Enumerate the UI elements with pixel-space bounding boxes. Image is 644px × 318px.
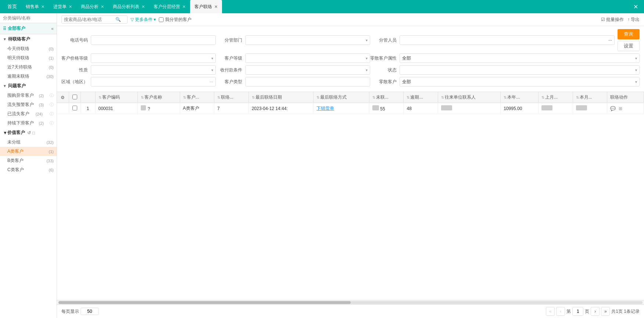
th-check[interactable] [69, 92, 80, 103]
first-page-btn[interactable]: « [546, 307, 555, 316]
last-method-link[interactable]: 下销货单 [316, 106, 334, 111]
sidebar-all-customers-header[interactable]: ⠿ 全部客户 « [0, 23, 57, 34]
query-button[interactable]: 查询 [618, 29, 640, 39]
th-last-date[interactable]: ⇅最后联络日期 [248, 92, 313, 103]
sidebar-item-class-b[interactable]: B类客户 (33) [0, 156, 57, 165]
qr-icon[interactable]: ⊞ [619, 106, 622, 111]
sidebar-pending-section[interactable]: ▼ 待联络客户 [0, 34, 57, 44]
retail-attr-select[interactable]: 全部 ▾ [400, 53, 640, 63]
close-tab-sales[interactable]: ✕ [41, 4, 44, 9]
th-this-year[interactable]: ⇅本年... [501, 92, 539, 103]
close-tab-customer-contact[interactable]: ✕ [214, 4, 218, 9]
th-name[interactable]: ⇅客户名称 [137, 92, 180, 103]
close-tab-analysis[interactable]: ✕ [101, 4, 104, 9]
sidebar-item-declining[interactable]: 持续下滑客户 (2) ⓘ [0, 119, 57, 128]
sidebar-item-churning[interactable]: 流失预警客户 (3) ⓘ [0, 100, 57, 109]
td-this-year: 10995.00 [501, 103, 539, 114]
customer-level-arrow-icon: ▾ [366, 56, 368, 60]
td-last-method[interactable]: 下销货单 [314, 103, 369, 114]
phone-input[interactable] [91, 35, 216, 45]
sidebar-item-class-a[interactable]: A类客户 (1) [0, 147, 57, 156]
th-code[interactable]: ⇅客户编码 [95, 92, 137, 103]
customer-type-select[interactable] [245, 77, 370, 86]
settings-button[interactable]: 设置 [618, 41, 640, 51]
page-size-input[interactable] [80, 308, 99, 315]
sidebar-item-tomorrow[interactable]: 明天待联络 (1) [0, 53, 57, 63]
price-level-arrow-icon: ▾ [211, 56, 213, 60]
my-customers-checkbox[interactable]: 我分管的客户 [159, 17, 192, 23]
page-number-input[interactable] [572, 307, 583, 316]
sidebar-problem-section[interactable]: ▼ 问题客户 [0, 81, 57, 91]
sort-icon-this-year: ⇅ [504, 95, 507, 99]
retail-customer-field: 零散客户 全部 ▾ [370, 77, 640, 86]
my-customers-check[interactable] [159, 17, 164, 22]
batch-operations-btn[interactable]: ☑ 批量操作 [601, 17, 624, 23]
last-page-btn[interactable]: » [601, 307, 610, 316]
sidebar-value-section[interactable]: ▼ 价值客户 ↺ □ [0, 128, 57, 138]
sidebar-item-unclassified[interactable]: 未分组 (32) [0, 138, 57, 147]
close-tab-customer-mgmt[interactable]: ✕ [182, 4, 186, 9]
sidebar-search-input[interactable] [3, 15, 57, 21]
scrollbar-track[interactable] [58, 301, 643, 304]
select-all-checkbox[interactable] [72, 95, 77, 99]
customer-level-select[interactable]: ▾ [245, 53, 370, 63]
th-company-contact[interactable]: ⇅往来单位联系人 [438, 92, 501, 103]
next-page-btn[interactable]: › [591, 307, 600, 316]
th-contact[interactable]: ⇅联络... [214, 92, 249, 103]
th-no-contact[interactable]: ⇅未联... [369, 92, 404, 103]
sidebar-item-abnormal[interactable]: 囤购异常客户 (2) ⓘ [0, 91, 57, 100]
close-tab-analysis-list[interactable]: ✕ [142, 4, 145, 9]
sidebar-item-7days[interactable]: 近7天待联络 (0) [0, 63, 57, 72]
close-tab-purchase[interactable]: ✕ [69, 4, 72, 9]
nav-tab-analysis-list[interactable]: 商品分析列表 ✕ [108, 0, 149, 13]
filter-bar: 🔍 ▽ 更多条件 ▾ 我分管的客户 ☑ 批量操作 ↑ 导出 [57, 13, 644, 26]
filter-more-btn[interactable]: ▽ 更多条件 ▾ [130, 17, 156, 23]
filter-search-input[interactable] [64, 17, 115, 22]
sidebar-collapse-btn[interactable]: « [51, 26, 54, 31]
nav-tab-purchase[interactable]: 进货单 ✕ [49, 0, 76, 13]
person-select[interactable]: ··· [400, 35, 615, 45]
horizontal-scrollbar[interactable] [57, 300, 644, 304]
filter-search-icon[interactable]: 🔍 [115, 17, 121, 22]
th-last-month[interactable]: ⇅上月... [539, 92, 573, 103]
dept-select[interactable]: ▾ [245, 35, 370, 45]
payment-select[interactable]: ▾ [245, 65, 370, 75]
filter-row-4: 区域（地区） ··· 客户类型 零散客户 全部 ▾ [61, 77, 640, 86]
th-overdue[interactable]: ⇅逾期... [404, 92, 438, 103]
th-type[interactable]: ⇅客户... [180, 92, 214, 103]
price-level-select[interactable]: ▾ [91, 53, 216, 63]
export-btn[interactable]: ↑ 导出 [627, 17, 640, 23]
nav-tab-customer-mgmt[interactable]: 客户分层经营 ✕ [149, 0, 190, 13]
td-index: 1 [80, 103, 95, 114]
sidebar-item-today[interactable]: 今天待联络 (0) [0, 44, 57, 53]
add-group-icon[interactable]: □ [32, 130, 35, 135]
this-month-bar [576, 105, 587, 110]
th-last-method[interactable]: ⇅最后联络方式 [314, 92, 369, 103]
refresh-icon[interactable]: ↺ [27, 130, 31, 135]
th-this-month[interactable]: ⇅本月... [573, 92, 607, 103]
dept-field: 分管部门 ▾ [216, 35, 370, 45]
retail-customer-select[interactable]: 全部 ▾ [400, 77, 640, 86]
nature-field: 性质 ▾ [61, 65, 216, 75]
nature-select[interactable]: ▾ [91, 65, 216, 75]
region-select[interactable]: ··· [91, 77, 216, 86]
td-check[interactable] [69, 103, 80, 114]
sidebar-item-overdue[interactable]: 逾期未联络 (30) [0, 72, 57, 81]
retail-customer-arrow-icon: ▾ [635, 80, 637, 84]
scrollbar-thumb[interactable] [58, 301, 351, 304]
close-all-tabs[interactable]: ✕ [630, 3, 641, 10]
nav-tab-customer-contact[interactable]: 客户联络 ✕ [190, 0, 222, 13]
row-checkbox[interactable] [72, 106, 77, 110]
export-icon: ↑ [627, 17, 630, 22]
nav-tab-sales[interactable]: 销售单 ✕ [21, 0, 49, 13]
prev-page-btn[interactable]: ‹ [556, 307, 565, 316]
chat-icon[interactable]: 💬 [610, 106, 616, 111]
table-header-row: ⚙ ⇅客户编码 ⇅客户名称 ⇅客户... ⇅联络... ⇅最后联络日期 ⇅最后联… [57, 92, 644, 103]
th-gear[interactable]: ⚙ [57, 92, 69, 103]
nav-tab-analysis[interactable]: 商品分析 ✕ [76, 0, 108, 13]
info-icon-churning: ⓘ [50, 102, 54, 107]
sidebar-item-class-c[interactable]: C类客户 (6) [0, 165, 57, 174]
nav-home[interactable]: 首页 [3, 3, 21, 10]
sidebar-item-churned[interactable]: 已流失客户 (24) ⓘ [0, 109, 57, 119]
status-select[interactable]: ▾ [400, 65, 640, 75]
